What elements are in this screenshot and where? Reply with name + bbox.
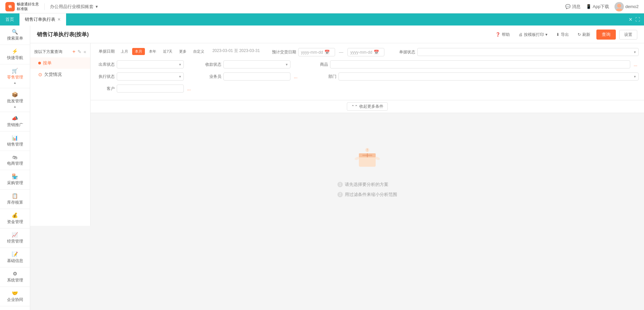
- sidebar-item-retail[interactable]: 🛒 零售管理 ▲: [0, 64, 30, 88]
- sidebar-item-inventory[interactable]: 📋 库存核算: [0, 190, 30, 209]
- order-status-wrapper: 审核 未审核 作废: [417, 48, 639, 56]
- empty-state: ! 1 请先选择要分析的方案 2 用过滤条件来缩小: [91, 113, 644, 226]
- filter-group-goods: 商品 ...: [309, 60, 639, 68]
- filter-row-3: 执行状态 已执行 部分执行 未执行 业务员: [96, 72, 639, 81]
- sidebar-item-quick-nav[interactable]: ⚡ 快捷导航: [0, 45, 30, 64]
- tab-sales-order[interactable]: 销售订单执行表 ✕: [19, 13, 66, 25]
- top-bar-left: 畅 畅捷通好生意 标准版 办公用品行业模拟账套 ▾: [5, 2, 98, 11]
- add-scheme-button[interactable]: +: [72, 49, 75, 55]
- filter-group-date: 单据日期 上月 本月 本年 近7天 更多 自定义: [96, 48, 207, 55]
- svg-rect-5: [362, 155, 372, 156]
- right-panel: 单据日期 上月 本月 本年 近7天 更多 自定义 2023-03-0: [91, 43, 644, 226]
- app-download-button[interactable]: 📱 App下载: [586, 4, 609, 10]
- export-icon: ⬇: [556, 32, 559, 37]
- out-status-wrapper: 已出库 部分出库 未出库: [117, 60, 184, 68]
- messages-button[interactable]: 💬 消息: [565, 4, 581, 10]
- marketing-icon: 📣: [12, 115, 18, 121]
- tip-num-1: 1: [337, 182, 343, 187]
- page-header: 销售订单执行表(按单) ❓ 帮助 🖨 按模板打印 ▾ ⬇ 导出 ↻ 刷新: [30, 25, 644, 43]
- print-button[interactable]: 🖨 按模板打印 ▾: [516, 31, 550, 39]
- sidebar-item-finance[interactable]: 💰 资金管理: [0, 209, 30, 228]
- collapse-panel-button[interactable]: «: [84, 49, 86, 54]
- top-bar-right: 💬 消息 📱 App下载 demo2: [565, 2, 639, 11]
- exec-status-select[interactable]: 已执行 部分执行 未执行: [117, 72, 184, 81]
- refresh-icon: ↻: [578, 32, 581, 37]
- filter-group-order-status: 单据状态 审核 未审核 作废: [396, 48, 639, 56]
- sidebar: 🔍 搜索菜单 ⚡ 快捷导航 🛒 零售管理 ▲ 📦 批发管理 ▲ 📣 营销推广 📊…: [0, 25, 30, 310]
- tab-home[interactable]: 首页: [0, 13, 19, 25]
- help-icon: ❓: [495, 32, 500, 37]
- edit-scheme-button[interactable]: ✎: [77, 49, 82, 54]
- date-quick-this-year[interactable]: 本年: [146, 48, 159, 55]
- order-status-select[interactable]: 审核 未审核 作废: [417, 48, 639, 56]
- expected-date-start[interactable]: yyyy-mm-dd 📅: [298, 48, 335, 56]
- dept-select[interactable]: 销售部 采购部: [338, 72, 639, 81]
- download-icon: 📱: [586, 4, 591, 9]
- inventory-icon: 📋: [12, 193, 18, 199]
- user-menu[interactable]: demo2: [614, 2, 639, 11]
- collapse-button[interactable]: ⌃⌃ 收起更多条件: [347, 102, 388, 111]
- print-icon: 🖨: [519, 32, 523, 37]
- date-quick-buttons: 上月 本月 本年 近7天 更多 自定义: [118, 48, 207, 55]
- date-quick-last-month[interactable]: 上月: [118, 48, 131, 55]
- date-separator: —: [339, 50, 343, 55]
- tab-bar: 首页 销售订单执行表 ✕ ✕ ⛶: [0, 13, 644, 25]
- scheme-item-欠货情况[interactable]: ⊙ 欠货情况: [30, 69, 90, 80]
- date-quick-last7[interactable]: 近7天: [160, 48, 175, 55]
- content-area: 销售订单执行表(按单) ❓ 帮助 🖨 按模板打印 ▾ ⬇ 导出 ↻ 刷新: [30, 25, 644, 310]
- sidebar-item-ecommerce[interactable]: 🛍 电商管理: [0, 151, 30, 170]
- out-status-select[interactable]: 已出库 部分出库 未出库: [117, 60, 184, 68]
- sidebar-item-onboarding[interactable]: 🌟 新手引导: [0, 306, 30, 310]
- sidebar-item-purchase[interactable]: 🏪 采购管理: [0, 170, 30, 190]
- customer-more-button[interactable]: ...: [186, 85, 192, 93]
- expected-date-end[interactable]: yyyy-mm-dd 📅: [347, 48, 384, 56]
- salesperson-input[interactable]: [223, 72, 290, 81]
- customer-input[interactable]: [117, 85, 184, 93]
- left-panel-header: 按以下方案查询 + ✎ «: [30, 47, 90, 57]
- empty-tip-row-1: 1 请先选择要分析的方案: [337, 180, 397, 189]
- help-button[interactable]: ❓ 帮助: [493, 31, 513, 39]
- dept-wrapper: 销售部 采购部: [338, 72, 639, 81]
- sidebar-item-operation[interactable]: 📈 经营管理: [0, 228, 30, 248]
- filter-group-daterange-display: 2023-03-01 至 2023-03-31: [212, 48, 260, 54]
- close-window-icon[interactable]: ✕: [629, 17, 633, 22]
- date-quick-more[interactable]: 更多: [176, 48, 189, 55]
- empty-tip-row-2: 2 用过滤条件来缩小分析范围: [337, 190, 397, 199]
- calendar-end-icon: 📅: [374, 50, 379, 55]
- maximize-icon[interactable]: ⛶: [635, 17, 640, 22]
- filter-group-dept: 部门 销售部 采购部: [318, 72, 639, 81]
- goods-input[interactable]: [330, 60, 630, 68]
- payment-status-select[interactable]: 已收款 部分收款 未收款: [223, 60, 290, 68]
- sidebar-item-search[interactable]: 🔍 搜索菜单: [0, 25, 30, 45]
- chevron-icon: ▲: [13, 81, 17, 85]
- sales-icon: 📊: [12, 135, 18, 141]
- sidebar-item-marketing[interactable]: 📣 营销推广: [0, 112, 30, 132]
- goods-more-button[interactable]: ...: [632, 61, 639, 68]
- filter-layout: 按以下方案查询 + ✎ « 按单 ⊙ 欠货情况: [30, 43, 644, 226]
- operation-icon: 📈: [12, 232, 18, 238]
- export-button[interactable]: ⬇ 导出: [553, 31, 572, 39]
- sidebar-item-system[interactable]: ⚙ 系统管理: [0, 267, 30, 287]
- collapse-row: ⌃⌃ 收起更多条件: [91, 100, 644, 113]
- sidebar-item-wholesale[interactable]: 📦 批发管理 ▲: [0, 88, 30, 112]
- industry-selector[interactable]: 办公用品行业模拟账套 ▾: [50, 4, 98, 10]
- tip-num-2: 2: [337, 192, 343, 197]
- sidebar-item-enterprise[interactable]: 🤝 企业协同: [0, 287, 30, 306]
- logo-box: 畅 畅捷通好生意 标准版: [5, 2, 39, 11]
- tab-close-icon[interactable]: ✕: [57, 17, 61, 22]
- search-icon: 🔍: [12, 29, 18, 35]
- salesperson-more-button[interactable]: ...: [292, 73, 299, 81]
- logo-icon: 畅: [5, 2, 15, 11]
- date-quick-custom[interactable]: 自定义: [191, 48, 207, 55]
- print-chevron-icon: ▾: [545, 32, 547, 37]
- scheme-item-按单[interactable]: 按单: [30, 57, 90, 69]
- refresh-button[interactable]: ↻ 刷新: [575, 31, 593, 39]
- payment-status-wrapper: 已收款 部分收款 未收款: [223, 60, 290, 68]
- retail-icon: 🛒: [12, 68, 18, 74]
- sidebar-item-basicinfo[interactable]: 📝 基础信息: [0, 248, 30, 267]
- date-quick-this-month[interactable]: 本月: [132, 48, 145, 55]
- collapse-up-icon: ⌃⌃: [351, 104, 358, 109]
- settings-button[interactable]: 设置: [619, 30, 637, 40]
- sidebar-item-sales[interactable]: 📊 销售管理: [0, 132, 30, 151]
- query-button[interactable]: 查询: [596, 30, 616, 40]
